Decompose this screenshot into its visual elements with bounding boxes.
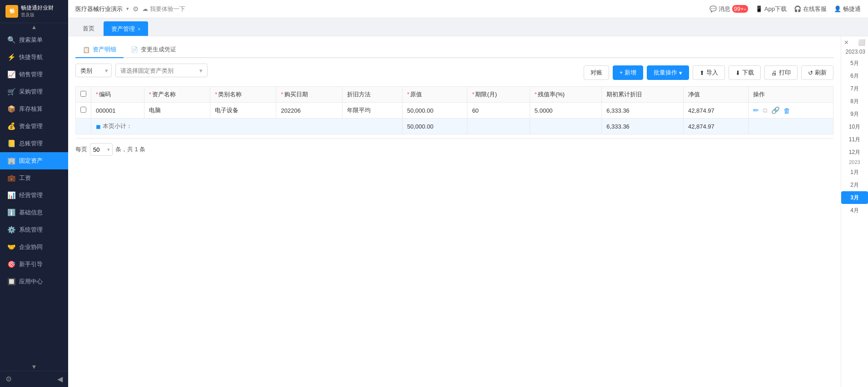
tab-asset-mgmt[interactable]: 资产管理 × xyxy=(104,21,148,36)
print-btn[interactable]: 🖨 打印 xyxy=(764,65,798,80)
calendar-month[interactable]: 9月 xyxy=(841,108,868,120)
calendar-month-4[interactable]: 4月 xyxy=(841,204,868,217)
filter-bar: 类别 ▾ xyxy=(75,64,208,77)
category-input[interactable] xyxy=(120,67,197,74)
right-panel-top-icons: ✕ ⬜ xyxy=(841,38,868,47)
th-check xyxy=(76,87,91,103)
messages-btn[interactable]: 💬 消息 99++ xyxy=(709,5,748,13)
th-term-months: *期限(月) xyxy=(467,87,530,103)
sidebar-item-system[interactable]: ⚙️系统管理 xyxy=(0,221,68,238)
th-purchase-date: *购买日期 xyxy=(276,87,342,103)
sidebar-item-ledger[interactable]: 📒总账管理 xyxy=(0,135,68,152)
link-icon[interactable]: 🔗 xyxy=(771,106,780,114)
calendar-month-1[interactable]: 1月 xyxy=(841,166,868,179)
subtotal-label: ◼本页小计： xyxy=(91,119,402,134)
subtotal-original-value: 50,000.00 xyxy=(402,119,467,134)
content-main: 📋 资产明细 📄 变更生成凭证 类别 xyxy=(68,36,841,387)
calendar-month-2[interactable]: 2月 xyxy=(841,179,868,191)
sidebar-item-label-basic-info: 基础信息 xyxy=(19,208,43,217)
user-btn[interactable]: 👤 畅捷通 xyxy=(834,5,861,13)
topbar-experience-btn[interactable]: ☁ 我要体验一下 xyxy=(142,5,185,13)
rp-expand-icon[interactable]: ⬜ xyxy=(858,39,865,46)
sidebar-item-basic-info[interactable]: ℹ️基础信息 xyxy=(0,204,68,221)
batch-ops-btn[interactable]: 批量操作 ▾ xyxy=(647,65,689,80)
sidebar-item-operations[interactable]: 📊经营管理 xyxy=(0,187,68,204)
sidebar-item-purchase[interactable]: 🛒采购管理 xyxy=(0,83,68,100)
print-icon: 🖨 xyxy=(771,69,777,76)
collapse-icon[interactable]: ◀ xyxy=(57,375,63,383)
tab-home[interactable]: 首页 xyxy=(75,21,102,36)
sub-tab-asset-detail[interactable]: 📋 资产明细 xyxy=(75,42,124,58)
refresh-icon: ↺ xyxy=(808,69,813,76)
sidebar-menu: 🔍搜索菜单⚡快捷导航📈销售管理🛒采购管理📦库存核算💰资金管理📒总账管理🏢固定资产… xyxy=(0,31,68,362)
sidebar-item-app-center[interactable]: 🔲应用中心 xyxy=(0,273,68,290)
subtotal-initial-depreciation: 6,333.36 xyxy=(602,119,684,134)
username-label: 畅捷通 xyxy=(843,5,861,13)
sidebar-item-sales[interactable]: 📈销售管理 xyxy=(0,66,68,83)
edit-icon[interactable]: ✏ xyxy=(753,106,759,114)
page-size-select[interactable]: 50 100 200 xyxy=(90,143,113,156)
new-btn[interactable]: + 新增 xyxy=(613,65,643,80)
th-name: *资产名称 xyxy=(144,87,210,103)
th-residual-rate: *残值率(%) xyxy=(530,87,601,103)
sidebar-item-fixed-assets[interactable]: 🏢固定资产 xyxy=(0,152,68,169)
guide-icon: 🎯 xyxy=(7,260,15,268)
th-initial-depreciation: 期初累计折旧 xyxy=(602,87,684,103)
refresh-btn[interactable]: ↺ 刷新 xyxy=(801,65,833,80)
sidebar-item-search[interactable]: 🔍搜索菜单 xyxy=(0,31,68,49)
download-btn[interactable]: ⬇ 下载 xyxy=(729,65,761,80)
right-panel: ✕ ⬜ 2023.03 5月6月7月8月9月10月11月12月 2023 1月2… xyxy=(841,36,868,387)
calendar-month[interactable]: 7月 xyxy=(841,82,868,95)
calendar-month[interactable]: 11月 xyxy=(841,133,868,146)
calendar-month[interactable]: 8月 xyxy=(841,95,868,108)
operations-icon: 📊 xyxy=(7,191,15,199)
row-original-value: 50,000.00 xyxy=(402,103,467,119)
topbar-left: 医疗器械行业演示 ▾ ⚙ ☁ 我要体验一下 xyxy=(75,5,185,13)
subtotal-term xyxy=(467,119,530,134)
sidebar-scroll-up[interactable]: ▲ xyxy=(0,23,68,31)
select-all-checkbox[interactable] xyxy=(80,91,86,97)
app-download-btn[interactable]: 📱 App下载 xyxy=(755,5,787,13)
subtotal-row: ◼本页小计： 50,000.00 6,333.36 42,874.97 xyxy=(76,119,833,134)
row-name: 电脑 xyxy=(144,103,210,119)
category-input-dropdown-icon[interactable]: ▾ xyxy=(199,67,203,74)
calendar-month[interactable]: 5月 xyxy=(841,57,868,69)
sidebar-item-inventory[interactable]: 📦库存核算 xyxy=(0,100,68,118)
app-center-icon: 🔲 xyxy=(7,278,15,286)
copy-icon[interactable]: ⧉ xyxy=(763,106,768,114)
ledger-icon: 📒 xyxy=(7,139,15,148)
sidebar-item-enterprise[interactable]: 🤝企业协同 xyxy=(0,238,68,256)
account-btn[interactable]: 对账 xyxy=(584,65,609,80)
topbar-dropdown-icon[interactable]: ▾ xyxy=(126,6,129,12)
export-btn[interactable]: ⬆ 导入 xyxy=(693,65,725,80)
sidebar-scroll-down[interactable]: ▼ xyxy=(0,362,68,371)
cloud-icon: ☁ xyxy=(142,5,148,12)
current-year-months: 1月2月3月4月 xyxy=(841,166,868,217)
row-purchase-date: 202206 xyxy=(276,103,342,119)
download-icon: ⬇ xyxy=(735,69,740,76)
sidebar-item-funds[interactable]: 💰资金管理 xyxy=(0,118,68,135)
th-actions: 操作 xyxy=(749,87,833,103)
topbar-gear-icon[interactable]: ⚙ xyxy=(133,5,139,13)
sub-tab-change-voucher[interactable]: 📄 变更生成凭证 xyxy=(124,42,184,58)
sidebar-item-quick-nav[interactable]: ⚡快捷导航 xyxy=(0,49,68,66)
row-checkbox[interactable] xyxy=(80,107,86,113)
rp-close-icon[interactable]: ✕ xyxy=(844,39,849,46)
message-icon: 💬 xyxy=(709,5,717,12)
calendar-month[interactable]: 12月 xyxy=(841,146,868,159)
calendar-month[interactable]: 6月 xyxy=(841,69,868,82)
sidebar-item-guide[interactable]: 🎯新手引导 xyxy=(0,256,68,273)
purchase-icon: 🛒 xyxy=(7,88,15,96)
delete-icon[interactable]: 🗑 xyxy=(784,107,790,114)
calendar-month-3[interactable]: 3月 xyxy=(841,191,868,204)
tab-asset-mgmt-close[interactable]: × xyxy=(138,26,140,32)
sales-icon: 📈 xyxy=(7,70,15,79)
calendar-month[interactable]: 10月 xyxy=(841,120,868,133)
sidebar-item-label-app-center: 应用中心 xyxy=(19,278,43,286)
online-service-btn[interactable]: 🎧 在线客服 xyxy=(794,5,827,13)
sidebar-item-payroll[interactable]: 💼工资 xyxy=(0,169,68,187)
category-filter[interactable]: 类别 xyxy=(75,64,112,77)
settings-icon[interactable]: ⚙ xyxy=(5,375,12,383)
per-page-label: 每页 xyxy=(75,145,87,154)
th-depreciation-method: 折旧方法 xyxy=(342,87,402,103)
